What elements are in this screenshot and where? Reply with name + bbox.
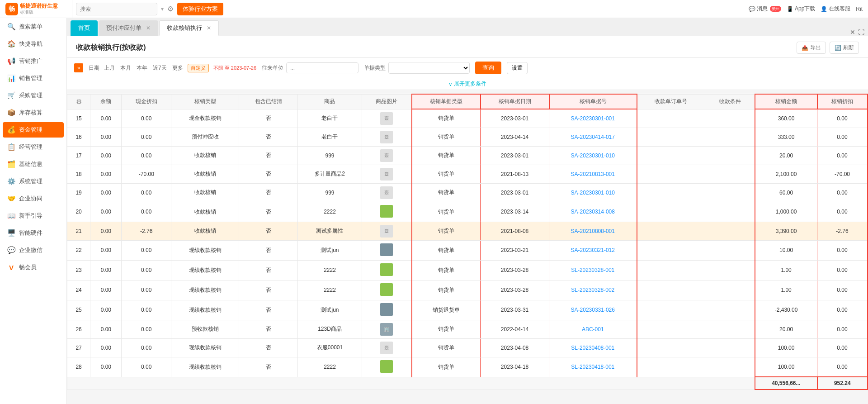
- th-receipt-no: 收款单订单号: [637, 94, 705, 109]
- table-row: 24 0.00 0.00 现续收款核销 否 2222 销货单 2023-03-2…: [67, 280, 868, 300]
- sidebar-item-enterprise[interactable]: 🤝 企业协同: [0, 190, 66, 207]
- collection-tab-close[interactable]: ✕: [207, 25, 211, 31]
- tab-home[interactable]: 首页: [71, 20, 98, 36]
- sidebar-label-member: 畅会员: [19, 263, 37, 271]
- sidebar-item-search-menu[interactable]: 🔍 搜索菜单: [0, 18, 66, 35]
- sidebar-item-purchase[interactable]: 🛒 采购管理: [0, 87, 66, 104]
- cell-goods-img: [362, 240, 412, 260]
- sidebar-item-sales[interactable]: 📊 销售管理: [0, 70, 66, 87]
- cell-verify-no: SL-20230328-002: [549, 280, 637, 300]
- verify-no-link[interactable]: SL-20230408-001: [571, 345, 614, 351]
- data-table: ⚙ 余额 现金折扣 核销类型 包含已结清 商品 商品图片 核销单据类型 核销单据…: [67, 94, 868, 390]
- verify-no-link[interactable]: SA-20230414-017: [571, 134, 615, 140]
- cell-verify-no: SA-20210813-001: [549, 165, 637, 183]
- verify-no-link[interactable]: SL-20230328-001: [571, 267, 614, 273]
- close-all-icon[interactable]: ✕: [850, 29, 855, 36]
- cell-cash-discount: 0.00: [122, 146, 171, 165]
- verify-no-link[interactable]: SA-20230331-026: [571, 307, 615, 313]
- sidebar-item-basic-info[interactable]: 🗂️ 基础信息: [0, 156, 66, 173]
- verify-no-link[interactable]: SL-20230328-002: [571, 287, 614, 293]
- operations-icon: 📋: [7, 143, 15, 151]
- filter-expand-btn[interactable]: »: [74, 63, 83, 72]
- date-last-month[interactable]: 上月: [102, 63, 117, 73]
- cell-goods-img: [362, 280, 412, 300]
- date-more[interactable]: 更多: [170, 63, 185, 73]
- cell-receipt-no: [637, 183, 705, 202]
- verify-no-link[interactable]: SA-20230301-010: [571, 152, 615, 159]
- tab-collection[interactable]: 收款核销执行 ✕: [159, 20, 219, 36]
- sidebar-item-quick-nav[interactable]: 🏠 快捷导航: [0, 35, 66, 52]
- cell-verify-discount: 0.00: [817, 300, 868, 320]
- cell-verify-amount: 20.00: [755, 320, 817, 338]
- maximize-icon[interactable]: ⛶: [858, 29, 864, 36]
- verify-no-link[interactable]: SA-20210808-001: [571, 228, 615, 234]
- sidebar-item-inventory[interactable]: 📦 库存核算: [0, 104, 66, 121]
- user-name[interactable]: Rit: [856, 6, 863, 12]
- sidebar-item-guide[interactable]: 📖 新手引导: [0, 207, 66, 224]
- cell-idx: 18: [67, 165, 90, 183]
- sidebar-label-operations: 经营管理: [19, 143, 42, 151]
- date-7days[interactable]: 近7天: [151, 63, 169, 73]
- sidebar-item-operations[interactable]: 📋 经营管理: [0, 138, 66, 156]
- refresh-btn[interactable]: 🔄 刷新: [830, 42, 859, 54]
- table-row: 26 0.00 0.00 预收款核销 否 123D商品 🏢 销货单 2022-0…: [67, 320, 868, 338]
- th-verify-discount: 核销折扣: [817, 94, 868, 109]
- cell-type: 预付冲应收: [171, 128, 239, 146]
- verify-no-link[interactable]: SA-20230321-012: [571, 247, 615, 253]
- voucher-type-select[interactable]: [388, 62, 470, 74]
- cell-verify-no: SL-20230408-001: [549, 338, 637, 357]
- verify-no-link[interactable]: ABC-001: [582, 326, 604, 333]
- date-this-month[interactable]: 本月: [118, 63, 133, 73]
- tab-bar-actions: ✕ ⛶: [850, 29, 864, 36]
- cell-settled: 否: [239, 146, 298, 165]
- date-range-display: 不限 至 2023-07-26: [213, 65, 256, 71]
- date-this-year[interactable]: 本年: [135, 63, 149, 73]
- cell-balance: 0.00: [90, 280, 122, 300]
- sidebar-item-wechat[interactable]: 💬 企业微信: [0, 242, 66, 259]
- gear-icon[interactable]: ⚙: [167, 5, 174, 13]
- cell-type: 收款核销: [171, 165, 239, 183]
- sidebar-item-member[interactable]: V 畅会员: [0, 259, 66, 276]
- online-service-btn[interactable]: 👤 在线客服: [821, 5, 850, 13]
- verify-no-link[interactable]: SA-20210813-001: [571, 171, 615, 177]
- table-settings-icon[interactable]: ⚙: [76, 98, 82, 105]
- cell-receipt-cond: [705, 300, 755, 320]
- filter-settings-btn[interactable]: 设置: [507, 62, 528, 74]
- sidebar-item-system[interactable]: ⚙️ 系统管理: [0, 173, 66, 190]
- sidebar-item-finance[interactable]: 💰 资金管理: [3, 122, 64, 138]
- table-row: 15 0.00 0.00 现金收款核销 否 老白干 🖼 销货单 2023-03-…: [67, 109, 868, 128]
- notification-badge: 99+: [770, 6, 781, 12]
- th-cash-discount: 现金折扣: [122, 94, 171, 109]
- cell-balance: 0.00: [90, 320, 122, 338]
- messages-btn[interactable]: 💬 消息 99+: [749, 5, 781, 13]
- cell-verify-amount: 1.00: [755, 260, 817, 280]
- cell-idx: 16: [67, 128, 90, 146]
- export-btn[interactable]: 📤 导出: [797, 42, 826, 54]
- cell-goods: 多计量商品2: [298, 165, 362, 183]
- table-area[interactable]: ⚙ 余额 现金折扣 核销类型 包含已结清 商品 商品图片 核销单据类型 核销单据…: [67, 90, 868, 404]
- cell-goods-img: [362, 357, 412, 377]
- page-header: 收款核销执行(按收款) 📤 导出 🔄 刷新: [67, 36, 868, 58]
- prepay-tab-close[interactable]: ✕: [146, 25, 151, 31]
- cell-balance: 0.00: [90, 165, 122, 183]
- app-download-btn[interactable]: 📱 App下载: [787, 5, 815, 13]
- cell-receipt-cond: [705, 128, 755, 146]
- verify-no-link[interactable]: SA-20230301-010: [571, 190, 615, 196]
- hardware-icon: 🖥️: [7, 229, 15, 237]
- search-input[interactable]: [76, 3, 157, 15]
- sidebar-item-hardware[interactable]: 🖥️ 智能硬件: [0, 224, 66, 242]
- date-range-text: 不限 至 2023-07-26: [213, 65, 256, 71]
- tab-prepay[interactable]: 预付冲应付单 ✕: [99, 20, 158, 36]
- cell-cash-discount: 0.00: [122, 183, 171, 202]
- date-custom-btn[interactable]: 自定义: [188, 64, 209, 72]
- verify-no-link[interactable]: SL-20230418-001: [571, 364, 614, 370]
- expand-more-btn[interactable]: ∨ 展开更多条件: [448, 80, 486, 88]
- verify-no-link[interactable]: SA-20230301-001: [571, 115, 615, 122]
- industry-btn[interactable]: 体验行业方案: [177, 3, 223, 15]
- sidebar-item-marketing[interactable]: 📢 营销推广: [0, 52, 66, 70]
- marketing-icon: 📢: [7, 57, 15, 65]
- th-idx[interactable]: ⚙: [67, 94, 90, 109]
- verify-no-link[interactable]: SA-20230314-008: [571, 209, 615, 215]
- partner-input[interactable]: [286, 62, 359, 73]
- query-btn[interactable]: 查询: [475, 62, 501, 74]
